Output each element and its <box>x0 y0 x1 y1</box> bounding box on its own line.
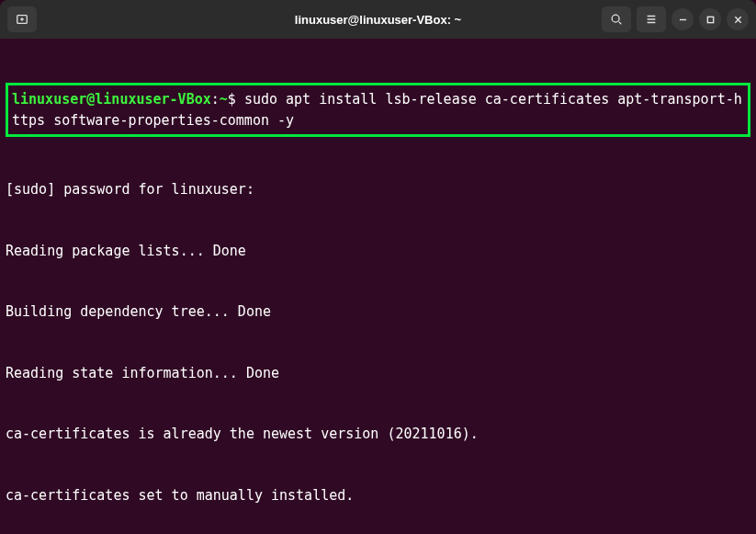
prompt-user-host: linuxuser@linuxuser-VBox <box>12 91 211 108</box>
output-line: ca-certificates set to manually installe… <box>6 485 750 506</box>
output-line: [sudo] password for linuxuser: <box>6 179 750 199</box>
maximize-icon <box>706 16 715 24</box>
svg-rect-2 <box>707 17 713 22</box>
titlebar: linuxuser@linuxuser-VBox: ~ <box>0 0 756 39</box>
prompt-sep1: : <box>211 91 220 108</box>
output-line: Building dependency tree... Done <box>6 301 750 322</box>
window-title: linuxuser@linuxuser-VBox: ~ <box>295 13 461 27</box>
close-icon <box>734 16 742 24</box>
maximize-button[interactable] <box>699 8 721 30</box>
new-tab-icon <box>16 13 28 26</box>
close-button[interactable] <box>727 8 749 30</box>
search-icon <box>610 13 623 26</box>
command-highlight-box: linuxuser@linuxuser-VBox:~$ sudo apt ins… <box>6 83 750 136</box>
menu-button[interactable] <box>637 6 666 32</box>
output-line: ca-certificates is already the newest ve… <box>6 424 750 444</box>
search-button[interactable] <box>602 6 631 32</box>
prompt-path: ~ <box>220 91 228 108</box>
minimize-icon <box>679 16 687 24</box>
svg-point-1 <box>612 15 619 22</box>
new-tab-button[interactable] <box>7 6 37 32</box>
minimize-button[interactable] <box>671 8 694 30</box>
titlebar-right <box>602 6 749 32</box>
output-line: Reading state information... Done <box>6 363 750 383</box>
prompt-sigil: $ <box>228 91 236 108</box>
output-line: Reading package lists... Done <box>6 241 750 261</box>
titlebar-left <box>7 6 37 32</box>
terminal-body[interactable]: linuxuser@linuxuser-VBox:~$ sudo apt ins… <box>0 39 756 534</box>
hamburger-icon <box>645 13 658 26</box>
